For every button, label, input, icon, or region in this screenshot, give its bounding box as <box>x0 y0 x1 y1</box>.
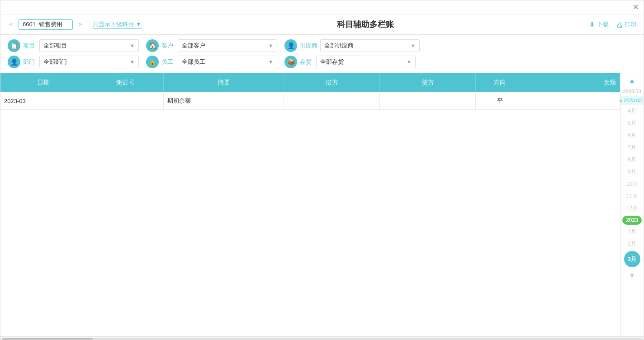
download-icon: ⬇ <box>589 20 595 28</box>
account-code-input[interactable] <box>19 19 73 30</box>
horizontal-scrollbar[interactable] <box>0 336 644 340</box>
scrollbar-track <box>2 338 642 340</box>
filter-employee: 🔒 员工 全部员工 ▼ <box>146 56 277 68</box>
show-sub-arrow: ▼ <box>136 21 142 28</box>
col-header-debit: 借方 <box>284 73 379 92</box>
account-code <box>19 19 73 30</box>
print-label: 打印 <box>625 20 636 28</box>
cell-date: 2023-03 <box>0 92 87 110</box>
scrollbar-thumb[interactable] <box>2 338 93 340</box>
inventory-value: 全部存货 <box>320 58 344 66</box>
filter-customer: 🏠 客户 全部客户 ▼ <box>146 39 277 52</box>
project-dropdown-arrow: ▼ <box>130 43 135 48</box>
download-label: 下载 <box>597 20 609 28</box>
table-row: 2023-03 期初余额 平 <box>0 92 620 110</box>
department-label: 部门 <box>23 58 37 66</box>
cell-direction: 平 <box>476 92 524 110</box>
sidebar-item-9[interactable]: 9月 <box>620 166 644 178</box>
col-header-credit: 贷方 <box>380 73 476 92</box>
employee-dropdown-arrow: ▼ <box>268 59 273 65</box>
supplier-select[interactable]: 全部供应商 ▼ <box>320 39 420 52</box>
customer-value: 全部客户 <box>182 42 205 50</box>
customer-dropdown-arrow: ▼ <box>268 43 273 48</box>
cell-voucher <box>87 92 164 110</box>
inventory-select[interactable]: 全部存货 ▼ <box>316 56 416 68</box>
sidebar-item-2[interactable]: 2月 <box>620 238 644 250</box>
ledger-table: 日期 凭证号 摘要 借方 贷方 方向 余额 2023-03 期初余额 <box>0 73 620 110</box>
department-select[interactable]: 全部部门 ▼ <box>39 56 139 68</box>
download-button[interactable]: ⬇ 下载 <box>589 20 609 28</box>
cell-credit <box>380 92 476 110</box>
sidebar-item-2023-03-first[interactable]: 2023.03 <box>620 87 644 96</box>
sidebar-up-arrow[interactable]: ▲ <box>627 75 638 87</box>
show-sub-label: 只显示下级科目 <box>93 20 134 28</box>
sidebar-item-2023-03-active[interactable]: ▶ 2023.03 <box>620 96 644 105</box>
next-arrow[interactable]: ＞ <box>77 20 84 28</box>
table-container: 日期 凭证号 摘要 借方 贷方 方向 余额 2023-03 期初余额 <box>0 73 620 336</box>
cell-debit <box>284 92 379 110</box>
employee-select[interactable]: 全部员工 ▼ <box>178 56 277 68</box>
employee-value: 全部员工 <box>182 58 205 66</box>
filter-department: 👤 部门 全部部门 ▼ <box>8 56 139 68</box>
filter-inventory: 📦 存货 全部存货 ▼ <box>284 56 416 68</box>
sidebar-year-2023[interactable]: 2023 <box>622 216 642 225</box>
sidebar-item-7[interactable]: 7月 <box>620 142 644 154</box>
sidebar-item-5[interactable]: 5月 <box>620 117 644 129</box>
toolbar: ⬇ 下载 🖨 打印 <box>589 20 636 28</box>
sidebar-item-4[interactable]: 4月 <box>620 105 644 117</box>
filter-row-2: 👤 部门 全部部门 ▼ 🔒 员工 全部员工 ▼ 📦 存货 全部存货 <box>8 56 636 68</box>
right-sidebar: ▲ 2023.03 ▶ 2023.03 4月 5月 6月 7月 8月 9月 10… <box>620 73 644 336</box>
prev-arrow[interactable]: ＜ <box>8 20 14 28</box>
department-dropdown-arrow: ▼ <box>130 59 135 65</box>
employee-label: 员工 <box>161 58 175 66</box>
sidebar-item-10[interactable]: 10月 <box>620 178 644 190</box>
department-icon: 👤 <box>8 56 20 68</box>
sidebar-item-11[interactable]: 11月 <box>620 190 644 203</box>
col-header-summary: 摘要 <box>164 73 284 92</box>
project-label: 项目 <box>23 42 37 50</box>
main-window: ✕ ＜ ＞ 只显示下级科目 ▼ 科目辅助多栏账 ⬇ 下载 🖨 打印 <box>0 0 644 340</box>
supplier-label: 供应商 <box>300 42 317 50</box>
sidebar-item-8[interactable]: 8月 <box>620 154 644 166</box>
supplier-value: 全部供应商 <box>324 42 354 50</box>
col-header-direction: 方向 <box>476 73 524 92</box>
department-value: 全部部门 <box>43 58 67 66</box>
print-button[interactable]: 🖨 打印 <box>616 20 636 28</box>
inventory-dropdown-arrow: ▼ <box>407 59 412 65</box>
supplier-icon: 👤 <box>284 39 297 52</box>
col-header-balance: 余额 <box>524 73 620 92</box>
customer-icon: 🏠 <box>146 39 159 52</box>
project-select[interactable]: 全部项目 ▼ <box>39 39 139 52</box>
sidebar-item-6[interactable]: 6月 <box>620 129 644 142</box>
supplier-dropdown-arrow: ▼ <box>411 43 416 48</box>
filter-row-1: 📋 项目 全部项目 ▼ 🏠 客户 全部客户 ▼ 👤 供应商 全部供应 <box>8 39 636 52</box>
sidebar-item-3-active[interactable]: 3月 <box>624 251 640 267</box>
sidebar-item-1[interactable]: 1月 <box>620 226 644 238</box>
employee-icon: 🔒 <box>146 56 159 68</box>
inventory-icon: 📦 <box>284 56 297 68</box>
customer-label: 客户 <box>161 42 175 50</box>
show-sub-filter[interactable]: 只显示下级科目 ▼ <box>93 20 142 29</box>
cell-summary: 期初余额 <box>164 92 284 110</box>
filter-area: 📋 项目 全部项目 ▼ 🏠 客户 全部客户 ▼ 👤 供应商 全部供应 <box>0 35 644 73</box>
inventory-label: 存货 <box>300 58 313 66</box>
close-icon[interactable]: ✕ <box>632 2 639 12</box>
sidebar-item-12[interactable]: 12月 <box>620 203 644 215</box>
cell-balance <box>524 92 620 110</box>
col-header-voucher: 凭证号 <box>87 73 164 92</box>
col-header-date: 日期 <box>0 73 87 92</box>
customer-select[interactable]: 全部客户 ▼ <box>178 39 277 52</box>
project-icon: 📋 <box>8 39 20 52</box>
filter-supplier: 👤 供应商 全部供应商 ▼ <box>284 39 420 52</box>
project-value: 全部项目 <box>43 42 67 50</box>
filter-project: 📋 项目 全部项目 ▼ <box>8 39 139 52</box>
print-icon: 🖨 <box>616 21 623 28</box>
header: ＜ ＞ 只显示下级科目 ▼ 科目辅助多栏账 ⬇ 下载 🖨 打印 <box>0 14 644 35</box>
sidebar-down-arrow[interactable]: ▼ <box>627 270 638 282</box>
page-title: 科目辅助多栏账 <box>146 19 585 30</box>
